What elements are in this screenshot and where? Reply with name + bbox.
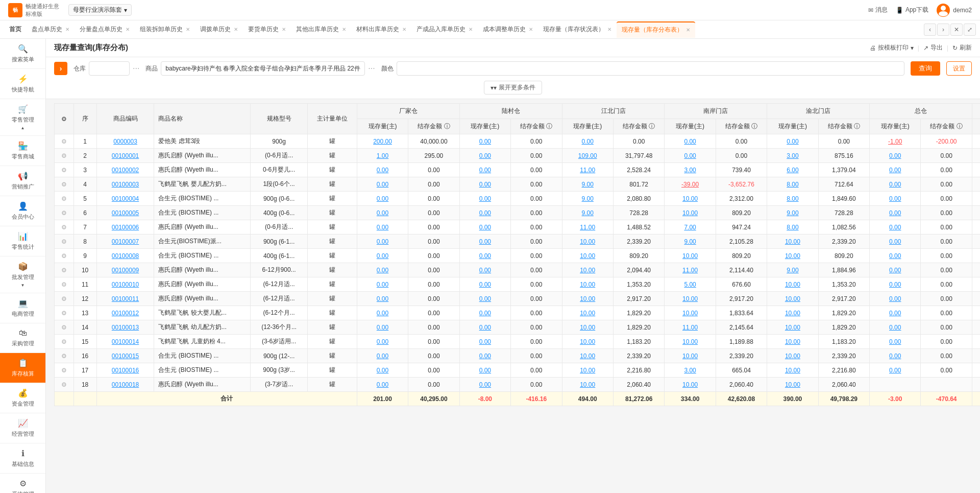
row-c4-qty[interactable]: 3.00 (665, 363, 716, 378)
row-c1-qty[interactable]: 0.00 (357, 206, 408, 220)
row-c4-qty[interactable]: 10.00 (665, 306, 716, 320)
row-c3-qty[interactable]: 9.00 (562, 177, 613, 192)
row-c2-qty[interactable]: 0.00 (459, 306, 510, 320)
row-c3-qty[interactable]: 10.00 (562, 378, 613, 392)
row-c6-qty[interactable]: 0.00 (870, 220, 921, 234)
row-c3-qty[interactable]: 10.00 (562, 234, 613, 249)
sidebar-item-members[interactable]: 👤 会员中心 (0, 196, 45, 226)
row-c5-qty[interactable]: 9.00 (767, 263, 818, 277)
row-c5-qty[interactable]: 10.00 (767, 292, 818, 306)
row-code[interactable]: 00100012 (96, 306, 154, 320)
row-code[interactable]: 00100002 (96, 163, 154, 177)
row-icon[interactable]: ⚙ (55, 220, 74, 234)
tab-maximize-button[interactable]: ⤢ (964, 24, 976, 36)
row-c4-qty[interactable]: 11.00 (665, 320, 716, 335)
row-code[interactable]: 00100013 (96, 320, 154, 335)
row-c3-qty[interactable]: 9.00 (562, 192, 613, 206)
row-c5-qty[interactable]: 8.00 (767, 220, 818, 234)
row-c3-qty[interactable]: 109.00 (562, 149, 613, 163)
row-code[interactable]: 00100016 (96, 363, 154, 378)
row-c2-qty[interactable]: 0.00 (459, 277, 510, 292)
tab-product-in[interactable]: 产成品入库单历史 ✕ (411, 21, 478, 38)
tab-close-icon[interactable]: ✕ (65, 27, 69, 32)
row-c6-qty[interactable]: 0.00 (870, 292, 921, 306)
row-c4-qty[interactable]: 0.00 (665, 134, 716, 149)
row-c6-qty[interactable]: 0.00 (870, 249, 921, 263)
row-c2-qty[interactable]: 0.00 (459, 249, 510, 263)
sidebar-item-purchase[interactable]: 🛍 采购管理 (0, 323, 45, 353)
row-code[interactable]: 00100006 (96, 220, 154, 234)
row-c5-qty[interactable]: 10.00 (767, 249, 818, 263)
row-c4-qty[interactable]: 10.00 (665, 249, 716, 263)
row-c4-qty[interactable]: 10.00 (665, 378, 716, 392)
row-c3-qty[interactable]: 10.00 (562, 263, 613, 277)
row-code[interactable]: 00100001 (96, 149, 154, 163)
row-c6-qty[interactable]: 0.00 (870, 349, 921, 363)
row-c5-qty[interactable]: 0.00 (767, 134, 818, 149)
tab-close-icon[interactable]: ✕ (402, 27, 406, 32)
warehouse-input[interactable] (89, 61, 130, 76)
row-c2-qty[interactable]: 0.00 (459, 192, 510, 206)
row-c6-qty[interactable]: 0.00 (870, 149, 921, 163)
tab-close-all-button[interactable]: ✕ (950, 24, 963, 36)
tab-close-icon[interactable]: ✕ (126, 27, 130, 32)
tab-close-icon[interactable]: ✕ (186, 27, 190, 32)
row-c5-qty[interactable]: 8.00 (767, 192, 818, 206)
row-c2-qty[interactable]: 0.00 (459, 335, 510, 349)
user-avatar-area[interactable]: demo2 (937, 4, 972, 17)
goods-input[interactable] (161, 61, 365, 76)
tab-close-icon[interactable]: ✕ (607, 27, 611, 32)
sidebar-item-system[interactable]: ⚙ 系统管理 (0, 474, 45, 493)
row-c4-qty[interactable]: 7.00 (665, 220, 716, 234)
row-code[interactable]: 00100003 (96, 177, 154, 192)
row-c1-qty[interactable]: 1.00 (357, 149, 408, 163)
tab-stock-distribution[interactable]: 现存量（库存分布表） ✕ (617, 21, 695, 38)
row-c6-qty[interactable]: 0.00 (870, 192, 921, 206)
row-c6-qty[interactable] (870, 378, 921, 392)
row-c5-qty[interactable]: 10.00 (767, 349, 818, 363)
tab-other-out[interactable]: 其他出库单历史 ✕ (291, 21, 351, 38)
row-c3-qty[interactable]: 0.00 (562, 134, 613, 149)
row-c5-qty[interactable]: 10.00 (767, 363, 818, 378)
row-icon[interactable]: ⚙ (55, 192, 74, 206)
row-c1-qty[interactable]: 0.00 (357, 277, 408, 292)
row-icon[interactable]: ⚙ (55, 206, 74, 220)
query-button[interactable]: 查询 (911, 61, 940, 76)
row-c4-qty[interactable]: 10.00 (665, 335, 716, 349)
row-c3-qty[interactable]: 10.00 (562, 277, 613, 292)
row-c3-qty[interactable]: 10.00 (562, 292, 613, 306)
row-icon[interactable]: ⚙ (55, 263, 74, 277)
sidebar-item-wholesale[interactable]: 📦 批发管理 ▼ (0, 256, 45, 293)
warehouse-select-icon[interactable]: ··· (133, 64, 139, 73)
app-download-button[interactable]: 📱 App下载 (896, 6, 928, 14)
row-icon[interactable]: ⚙ (55, 277, 74, 292)
row-c5-qty[interactable]: 10.00 (767, 306, 818, 320)
tab-transfer[interactable]: 调拨单历史 ✕ (195, 21, 243, 38)
tab-next-button[interactable]: › (937, 24, 949, 36)
refresh-button[interactable]: ↻ 刷新 (952, 43, 972, 52)
tab-close-icon[interactable]: ✕ (282, 27, 286, 32)
row-c3-qty[interactable]: 10.00 (562, 335, 613, 349)
row-c6-qty[interactable]: 0.00 (870, 363, 921, 378)
row-c6-qty[interactable]: 0.00 (870, 163, 921, 177)
tab-stock-status[interactable]: 现存量（库存状况表） ✕ (538, 21, 617, 38)
sidebar-item-retail-stats[interactable]: 📊 零售统计 (0, 226, 45, 256)
row-c1-qty[interactable]: 0.00 (357, 234, 408, 249)
row-c2-qty[interactable]: 0.00 (459, 234, 510, 249)
row-code[interactable]: 00100015 (96, 349, 154, 363)
row-c1-qty[interactable]: 0.00 (357, 292, 408, 306)
row-c5-qty[interactable]: 10.00 (767, 335, 818, 349)
row-c2-qty[interactable]: 0.00 (459, 163, 510, 177)
sidebar-item-ecommerce[interactable]: 💻 电商管理 (0, 293, 45, 323)
row-c2-qty[interactable]: 0.00 (459, 177, 510, 192)
row-c2-qty[interactable]: 0.00 (459, 134, 510, 149)
filter-expand-more-button[interactable]: ▾▾ 展开更多条件 (484, 81, 542, 95)
row-c3-qty[interactable]: 11.00 (562, 163, 613, 177)
tab-order[interactable]: 要货单历史 ✕ (243, 21, 291, 38)
row-c3-qty[interactable]: 10.00 (562, 306, 613, 320)
sidebar-item-quicknav[interactable]: ⚡ 快捷导航 (0, 69, 45, 99)
row-c2-qty[interactable]: 0.00 (459, 378, 510, 392)
row-code[interactable]: 00100007 (96, 234, 154, 249)
tab-close-icon[interactable]: ✕ (469, 27, 473, 32)
row-c3-qty[interactable]: 9.00 (562, 206, 613, 220)
